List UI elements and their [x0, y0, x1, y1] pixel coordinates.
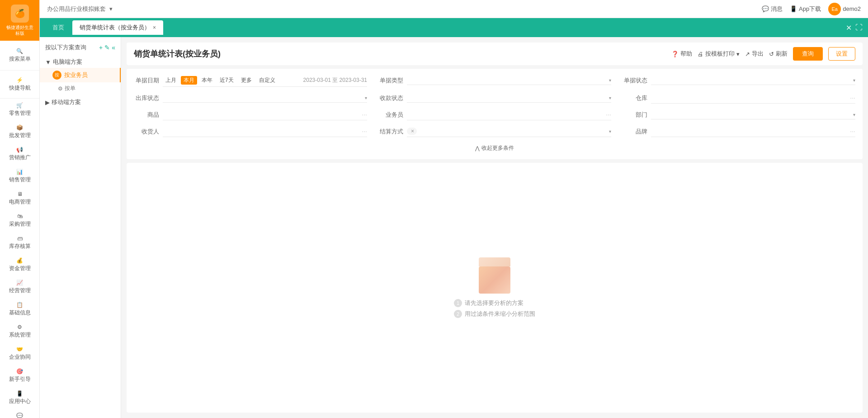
- tab-home[interactable]: 首页: [45, 20, 71, 35]
- filter-brand: 品牌 ···: [622, 126, 855, 137]
- left-panel-header: 按以下方案查询 + ✎ «: [40, 41, 121, 54]
- type-control[interactable]: ▾: [407, 76, 611, 85]
- goods-control[interactable]: ···: [163, 109, 367, 120]
- warehouse-label: 仓库: [622, 94, 647, 102]
- collapse-btn[interactable]: ⋀ 收起更多条件: [475, 144, 514, 152]
- receiver-control[interactable]: ···: [163, 126, 367, 137]
- sidebar-item-sales[interactable]: 📊 销售管理: [7, 165, 33, 187]
- date-tab-thisyear[interactable]: 本年: [199, 76, 215, 85]
- filter-outstatus: 出库状态 ▾: [134, 94, 367, 103]
- brand-label: 品牌: [622, 128, 647, 136]
- appcenter-icon: 📱: [16, 390, 23, 397]
- settings-button[interactable]: 设置: [828, 47, 855, 61]
- ecommerce-icon: 🖥: [17, 191, 23, 197]
- chevron-down-icon: ▼: [45, 59, 51, 66]
- sidebar-item-finance[interactable]: 💰 资金管理: [7, 254, 33, 276]
- top-bar-actions: 💬 消息 📱 App下载 Ea demo2: [762, 3, 861, 15]
- sidebar-item-retail[interactable]: 🛒 零售管理: [7, 99, 33, 121]
- sidebar-item-appcenter[interactable]: 📱 应用中心: [7, 387, 33, 409]
- sidebar-item-newbie[interactable]: 🎯 新手引导: [7, 365, 33, 387]
- scheme-group-mobile-title[interactable]: ▶ 移动端方案: [40, 96, 121, 108]
- date-label: 单据日期: [134, 76, 159, 85]
- main-content: 办公用品行业模拟账套 ▾ 💬 消息 📱 App下载 Ea demo2 首页 销货…: [40, 0, 868, 418]
- goods-label: 商品: [134, 111, 159, 119]
- query-button[interactable]: 查询: [793, 47, 823, 61]
- filter-type: 单据类型 ▾: [378, 76, 611, 85]
- warehouse-control[interactable]: ···: [651, 92, 855, 104]
- tab-close-btn[interactable]: ×: [153, 24, 156, 31]
- settlement-control[interactable]: × ▾: [407, 126, 611, 137]
- app-download-btn[interactable]: 📱 App下载: [790, 5, 821, 13]
- right-content: 销货单统计表(按业务员) ❓ 帮助 🖨 按模板打印 ▾ ↗ 导出: [121, 37, 868, 418]
- quick-nav-item[interactable]: ⚡ 快捷导航: [0, 73, 39, 95]
- brand-control[interactable]: ···: [651, 126, 855, 137]
- sidebar-item-inventory[interactable]: 🗃 库存核算: [7, 232, 33, 254]
- receiver-label: 收货人: [134, 128, 159, 136]
- outstatus-control[interactable]: ▾: [163, 94, 367, 103]
- status-control[interactable]: ▾: [651, 76, 855, 85]
- filter-date: 单据日期 上月 本月 本年 近7天 更多 自定义 2023-03-01 至 20…: [134, 74, 367, 87]
- finance-icon: 💰: [16, 257, 23, 264]
- sidebar-item-enterprise[interactable]: 🤝 企业协同: [7, 342, 33, 365]
- paystatus-control[interactable]: ▾: [407, 94, 611, 103]
- box-shape: [479, 266, 510, 294]
- goods-more-icon: ···: [362, 111, 367, 118]
- logo[interactable]: 🍊 畅捷通好生意 标版: [0, 0, 39, 41]
- tip-text-2: 用过滤条件来缩小分析范围: [465, 310, 535, 318]
- edit-scheme-btn[interactable]: ✎: [104, 44, 110, 51]
- refresh-icon: ↺: [769, 51, 774, 57]
- sales-icon: 📊: [16, 169, 23, 175]
- sidebar-item-ecommerce[interactable]: 🖥 电商管理: [7, 187, 33, 209]
- settlement-tag-close-btn[interactable]: ×: [411, 128, 414, 134]
- collapse-up-icon: ⋀: [475, 145, 480, 152]
- scheme-group-desktop-title[interactable]: ▼ 电脑端方案: [40, 56, 121, 68]
- empty-tips: 1 请先选择要分析的方案 2 用过滤条件来缩小分析范围: [454, 299, 535, 318]
- top-bar: 办公用品行业模拟账套 ▾ 💬 消息 📱 App下载 Ea demo2: [40, 0, 868, 18]
- date-tab-lastmonth[interactable]: 上月: [163, 76, 179, 85]
- sidebar-item-system[interactable]: ⚙ 系统管理: [7, 320, 33, 342]
- user-profile[interactable]: Ea demo2: [828, 3, 861, 15]
- sidebar-item-operations[interactable]: 📈 经营管理: [7, 276, 33, 298]
- export-btn[interactable]: ↗ 导出: [745, 50, 764, 58]
- message-btn[interactable]: 💬 消息: [762, 5, 783, 13]
- tab-active[interactable]: 销货单统计表（按业务员） ×: [72, 20, 163, 35]
- date-tab-7days[interactable]: 近7天: [217, 76, 236, 85]
- refresh-label: 刷新: [776, 50, 788, 58]
- marketing-icon: 📢: [16, 147, 23, 153]
- help-btn[interactable]: ❓ 帮助: [671, 50, 692, 58]
- username: demo2: [843, 5, 861, 12]
- date-tab-thismonth[interactable]: 本月: [181, 76, 197, 85]
- sidebar-item-wholesale[interactable]: 📦 批发管理: [7, 121, 33, 143]
- settlement-label: 结算方式: [378, 128, 403, 136]
- refresh-btn[interactable]: ↺ 刷新: [769, 50, 788, 58]
- add-scheme-btn[interactable]: +: [99, 44, 103, 51]
- filter-area: 单据日期 上月 本月 本年 近7天 更多 自定义 2023-03-01 至 20…: [127, 69, 863, 159]
- search-menu-item[interactable]: 🔍 搜索菜单: [0, 44, 39, 66]
- date-tab-custom[interactable]: 自定义: [256, 76, 278, 85]
- sidebar-item-marketing[interactable]: 📢 营销推广: [7, 143, 33, 165]
- search-menu-section: 🔍 搜索菜单: [0, 41, 39, 71]
- filter-row-1: 单据日期 上月 本月 本年 近7天 更多 自定义 2023-03-01 至 20…: [134, 74, 855, 87]
- date-control[interactable]: 上月 本月 本年 近7天 更多 自定义 2023-03-01 至 2023-03…: [163, 74, 367, 87]
- department-control[interactable]: ▾: [651, 110, 855, 119]
- sidebar-item-purchase[interactable]: 🛍 采购管理: [7, 209, 33, 232]
- basic-icon: 📋: [16, 302, 23, 308]
- logo-icon: 🍊: [11, 5, 29, 23]
- template-print-btn[interactable]: 🖨 按模板打印 ▾: [698, 50, 740, 58]
- page-title: 销货单统计表(按业务员): [134, 48, 221, 59]
- tab-maximize-btn[interactable]: ⛶: [855, 24, 863, 32]
- filter-receiver: 收货人 ···: [134, 126, 367, 137]
- retail-icon: 🛒: [16, 102, 23, 109]
- scheme-item-byorder[interactable]: ⚙ 按单: [40, 82, 121, 95]
- salesperson-label: 业务员: [378, 111, 403, 119]
- scheme-item-salesperson[interactable]: 按 按业务员: [40, 68, 121, 82]
- collapse-panel-btn[interactable]: «: [112, 44, 115, 51]
- salesperson-control[interactable]: ···: [407, 109, 611, 120]
- salesperson-more-icon: ···: [606, 111, 611, 118]
- sidebar-item-wechat[interactable]: 💬 企业微信: [7, 409, 33, 418]
- tab-minimize-btn[interactable]: ✕: [846, 24, 852, 32]
- date-tab-more[interactable]: 更多: [238, 76, 255, 85]
- sidebar-item-basic[interactable]: 📋 基础信息: [7, 298, 33, 320]
- print-dropdown-icon: ▾: [736, 51, 740, 57]
- app-selector[interactable]: 办公用品行业模拟账套 ▾: [47, 5, 113, 13]
